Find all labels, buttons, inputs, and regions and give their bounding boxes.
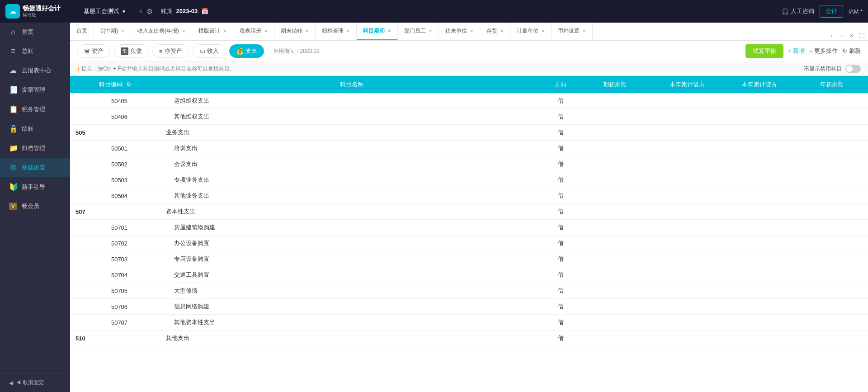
top-right: 🎧 人工咨询 会计 iAM * [782, 5, 863, 18]
more-button[interactable]: ≡ 更多操作 [809, 47, 838, 55]
sidebar-item-guide[interactable]: 🔰 新手引导 [0, 177, 70, 197]
tab-close-unit[interactable]: ✕ [541, 28, 545, 33]
tab-partners[interactable]: 往来单位 ✕ [439, 23, 480, 40]
tab-filing[interactable]: 归档管理 ✕ [316, 23, 357, 40]
table-row[interactable]: 507 资本性支出 借 [70, 204, 868, 220]
tab-close-annual[interactable]: ✕ [182, 28, 185, 33]
tab-scroll-right[interactable]: › [837, 31, 846, 40]
sidebar-label-archive: 归档管理 [22, 144, 45, 152]
sidebar-item-tax[interactable]: 📋 税务管理 [0, 99, 70, 119]
tab-close-dept[interactable]: ✕ [429, 28, 432, 33]
sidebar-item-ledger[interactable]: ≡ 总账 [0, 42, 70, 61]
sidebar-collapse-button[interactable]: ◀ ◀ 取消固定 [0, 373, 70, 392]
sidebar-item-invoice[interactable]: 🧾 发票管理 [0, 80, 70, 99]
project-name: 基层工会测试 [84, 7, 119, 15]
table-row[interactable]: 50706 信息网络购建 借 [70, 299, 868, 315]
table-row[interactable]: 50406 其他维权支出 借 [70, 109, 868, 125]
table-row[interactable]: 50704 交通工具购置 借 [70, 267, 868, 283]
tab-expand[interactable]: ⛶ [857, 31, 866, 40]
sub-tab-expenditure[interactable]: 💰 支出 [229, 44, 264, 58]
cell-code: 505 [70, 125, 160, 141]
tab-dept-staff[interactable]: 部门员工 ✕ [398, 23, 439, 40]
sidebar-item-close[interactable]: 🔒 结账 [0, 119, 70, 138]
sidebar-bottom-label: ◀ 取消固定 [16, 379, 44, 387]
sub-tab-liabilities[interactable]: 负 负债 [114, 44, 149, 58]
balance-button[interactable]: 试算平衡 [745, 44, 783, 58]
table-row[interactable]: 50703 专用设备购置 借 [70, 251, 868, 267]
tab-close-template[interactable]: ✕ [223, 28, 226, 33]
collapse-icon: ◀ [9, 380, 13, 386]
table-row[interactable]: 50707 其他资本性支出 借 [70, 315, 868, 331]
tab-close-period[interactable]: ✕ [305, 28, 309, 33]
logo-area: ☁ 畅捷通好会计 标准版 [5, 4, 75, 19]
tab-inventory[interactable]: 存货 ✕ [480, 23, 510, 40]
settings-icon[interactable]: ⚙ [146, 7, 153, 16]
sub-tab-net-assets[interactable]: ≡ 净资产 [152, 44, 189, 58]
tab-template[interactable]: 模版设计 ✕ [192, 23, 233, 40]
account-button[interactable]: 会计 [820, 5, 843, 18]
tab-close-filing[interactable]: ✕ [346, 28, 350, 33]
cell-direction: 借 [542, 251, 579, 267]
table-row[interactable]: 50501 培训支出 借 [70, 141, 868, 156]
cloud-icon: ☁ [9, 66, 17, 75]
tab-close-currency[interactable]: ✕ [582, 28, 586, 33]
add-button[interactable]: + 新增 [788, 47, 805, 55]
sidebar-label-close: 结账 [22, 125, 33, 133]
tab-period-close[interactable]: 期末结转 ✕ [274, 23, 316, 40]
sidebar-item-member[interactable]: V 畅会员 [0, 197, 70, 216]
gear-icon: ⚙ [9, 163, 17, 172]
cell-balance [579, 93, 651, 109]
cell-direction: 借 [542, 204, 579, 220]
cell-yearly-credit [723, 267, 796, 283]
sidebar-item-home[interactable]: ⌂ 首页 [0, 23, 70, 42]
help-button[interactable]: 🎧 人工咨询 [782, 7, 814, 15]
table-row[interactable]: 50702 办公设备购置 借 [70, 236, 868, 251]
cell-name: 会议支出 [160, 156, 542, 172]
sidebar-item-reports[interactable]: ☁ 云报表中心 [0, 61, 70, 80]
tab-home[interactable]: 首页 [70, 23, 94, 40]
headphone-icon: 🎧 [782, 8, 789, 15]
cell-name: 其他支出 [160, 331, 542, 346]
tab-tax-list[interactable]: 税表清册 ✕ [233, 23, 274, 40]
sub-tab-income[interactable]: 🏷 收入 [193, 44, 226, 58]
column-settings-icon[interactable]: ⚙ [126, 81, 132, 88]
table-row[interactable]: 50705 大型修缮 借 [70, 283, 868, 299]
cell-yearly-debit [651, 204, 723, 220]
disabled-toggle[interactable] [845, 65, 861, 73]
add-tab-icon[interactable]: + [139, 7, 143, 15]
table-row[interactable]: 50701 房屋建筑物购建 借 [70, 220, 868, 236]
cell-year-start [796, 109, 868, 125]
chevron-down-icon: ▼ [122, 9, 126, 14]
table-row[interactable]: 50405 运维维权支出 借 [70, 93, 868, 109]
tab-close-inventory[interactable]: ✕ [500, 28, 504, 33]
table-row[interactable]: 505 业务支出 借 [70, 125, 868, 141]
table-row[interactable]: 510 其他支出 借 [70, 331, 868, 346]
content-area: 首页 €(中期) ✕ 收入支出表(年报) ✕ 模版设计 ✕ 税表清册 ✕ [70, 23, 868, 392]
sidebar-item-archive[interactable]: 📁 归档管理 [0, 138, 70, 158]
tab-close-tax-list[interactable]: ✕ [264, 28, 268, 33]
tab-close-all[interactable]: ✕ [847, 31, 856, 40]
cell-balance [579, 331, 651, 346]
table-row[interactable]: 50504 其他业务支出 借 [70, 188, 868, 204]
tab-unit[interactable]: 计量单位 ✕ [510, 23, 552, 40]
tab-nav-buttons: ‹ › ✕ ⛶ [827, 31, 868, 40]
tab-close-partners[interactable]: ✕ [470, 28, 473, 33]
tab-currency[interactable]: 币种设置 ✕ [552, 23, 593, 40]
tab-subject-init[interactable]: 科目期初 ✕ [357, 23, 398, 40]
app-subtitle: 标准版 [23, 12, 61, 18]
tab-annual-report[interactable]: 收入支出表(年报) ✕ [131, 23, 192, 40]
tab-close-midterm[interactable]: ✕ [121, 28, 124, 33]
table-row[interactable]: 50502 会议支出 借 [70, 156, 868, 172]
refresh-button[interactable]: ↻ 刷新 [842, 47, 861, 55]
sub-tab-assets[interactable]: 🏛 资产 [77, 44, 110, 58]
table-row[interactable]: 50503 专项业务支出 借 [70, 172, 868, 188]
cell-balance [579, 141, 651, 156]
tab-close-subject[interactable]: ✕ [387, 28, 391, 33]
project-selector[interactable]: 基层工会测试 ▼ [80, 5, 130, 17]
sidebar-item-settings[interactable]: ⚙ 基础设置 [0, 158, 70, 177]
cell-yearly-credit [723, 141, 796, 156]
cell-name: 业务支出 [160, 125, 542, 141]
tab-scroll-left[interactable]: ‹ [827, 31, 836, 40]
tab-midterm[interactable]: €(中期) ✕ [94, 23, 131, 40]
invoice-icon: 🧾 [9, 85, 17, 94]
